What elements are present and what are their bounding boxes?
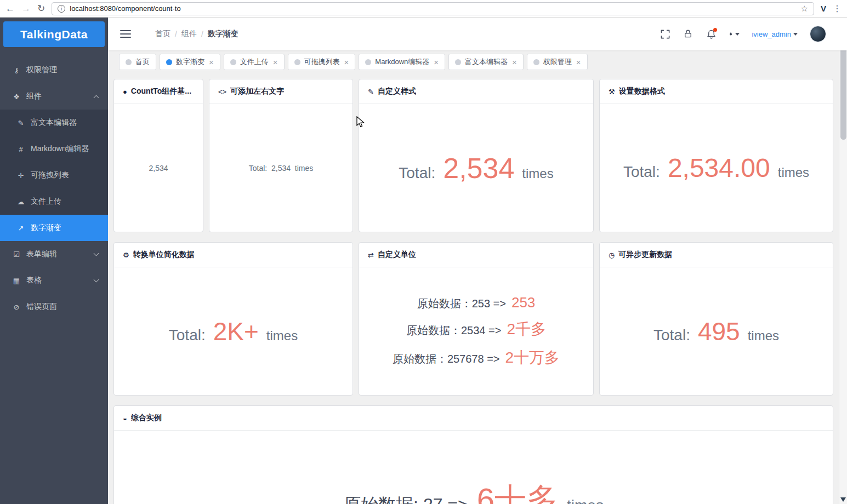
count-suffix: times bbox=[567, 497, 604, 504]
card-title: CountTo组件基... bbox=[131, 87, 191, 96]
tab-dot bbox=[455, 59, 461, 65]
move-icon: ✛ bbox=[16, 171, 25, 180]
tab-close-icon[interactable]: × bbox=[273, 58, 278, 66]
tab-rich-editor[interactable]: 富文本编辑器 × bbox=[448, 54, 524, 70]
count-suffix: times bbox=[778, 165, 809, 180]
card-header: ⚒ 设置数据格式 bbox=[600, 79, 833, 104]
url-text[interactable]: localhost:8080/component/count-to bbox=[70, 4, 796, 13]
planet-icon: ◒ bbox=[123, 414, 127, 422]
card-countto-basic: ● CountTo组件基... 2,534 bbox=[113, 79, 203, 232]
tab-permission[interactable]: 权限管理 × bbox=[527, 54, 588, 70]
bell-icon[interactable] bbox=[706, 28, 717, 39]
sidebar-item-label: 可拖拽列表 bbox=[31, 170, 69, 180]
fullscreen-icon[interactable] bbox=[660, 28, 670, 39]
chevron-down-icon bbox=[94, 250, 99, 256]
logo-text: TalkingData bbox=[20, 28, 88, 41]
sidebar-item-label: Markdown编辑器 bbox=[31, 144, 89, 154]
tab-home[interactable]: 首页 bbox=[119, 54, 156, 70]
card-title: 综合实例 bbox=[131, 413, 162, 423]
unit-label: 原始数据：2534 => bbox=[406, 323, 501, 338]
card-header: ⇄ 自定义单位 bbox=[359, 243, 593, 267]
count-prefix: 原始数据: 27 => bbox=[343, 493, 468, 504]
tab-dot bbox=[126, 59, 132, 65]
tab-label: 文件上传 bbox=[240, 57, 269, 67]
tab-dot bbox=[365, 59, 371, 65]
tab-dot bbox=[533, 59, 539, 65]
tab-close-icon[interactable]: × bbox=[434, 58, 439, 66]
unit-value: 2十万多 bbox=[505, 347, 560, 368]
breadcrumb-components[interactable]: 组件 bbox=[181, 29, 197, 39]
unit-row: 原始数据：257678 => 2十万多 bbox=[393, 347, 560, 368]
card-body: 原始数据: 27 => 6十多 times bbox=[114, 431, 833, 504]
sidebar-item-rich-editor[interactable]: ✎ 富文本编辑器 bbox=[0, 110, 108, 136]
scroll-down-button[interactable] bbox=[839, 495, 847, 504]
card-custom-unit: ⇄ 自定义单位 原始数据：253 => 253 原始数据：2534 => bbox=[359, 242, 594, 396]
count-suffix: times bbox=[748, 328, 779, 343]
username-text: iview_admin bbox=[752, 30, 791, 38]
browser-menu-icon[interactable]: ⋮ bbox=[833, 3, 842, 14]
card-title: 转换单位简化数据 bbox=[133, 250, 195, 260]
card-header: ● CountTo组件基... bbox=[114, 79, 203, 104]
theme-icon[interactable] bbox=[729, 28, 740, 39]
info-icon[interactable]: i bbox=[58, 5, 65, 13]
tab-label: 首页 bbox=[135, 57, 150, 67]
header: 首页 / 组件 / 数字渐变 bbox=[108, 18, 847, 50]
sidebar-item-label: 组件 bbox=[26, 91, 42, 101]
sidebar: TalkingData ⚷ 权限管理 ❖ 组件 ✎ 富文本编辑器 # bbox=[0, 18, 108, 504]
hamburger-menu-icon[interactable] bbox=[120, 30, 131, 38]
logo[interactable]: TalkingData bbox=[3, 21, 105, 47]
shuffle-icon: ⇄ bbox=[368, 251, 374, 259]
hammer-icon: ⚒ bbox=[609, 88, 615, 96]
sidebar-item-markdown[interactable]: # Markdown编辑器 bbox=[0, 136, 108, 162]
card-row-3: ◒ 综合实例 原始数据: 27 => 6十多 times bbox=[113, 405, 833, 504]
tab-dot bbox=[166, 59, 172, 65]
url-bar[interactable]: i localhost:8080/component/count-to ☆ bbox=[52, 2, 814, 15]
breadcrumb-home[interactable]: 首页 bbox=[155, 29, 170, 39]
page-content: ● CountTo组件基... 2,534 <> 可添加左右文字 bbox=[108, 73, 847, 504]
tab-close-icon[interactable]: × bbox=[209, 58, 214, 66]
sidebar-item-label: 文件上传 bbox=[31, 197, 61, 207]
card-simplify-unit: ⚙ 转换单位简化数据 Total: 2K+ times bbox=[113, 242, 353, 396]
count-line: 原始数据: 27 => 6十多 times bbox=[343, 479, 604, 504]
sidebar-item-label: 数字渐变 bbox=[31, 223, 61, 233]
sidebar-item-permission[interactable]: ⚷ 权限管理 bbox=[0, 57, 108, 83]
tab-upload[interactable]: 文件上传 × bbox=[224, 54, 285, 70]
sidebar-item-drag-list[interactable]: ✛ 可拖拽列表 bbox=[0, 162, 108, 188]
bookmark-star-icon[interactable]: ☆ bbox=[801, 4, 808, 14]
unit-label: 原始数据：253 => bbox=[417, 296, 506, 311]
reload-button[interactable]: ↻ bbox=[37, 4, 45, 13]
sidebar-item-table[interactable]: ▦ 表格 bbox=[0, 267, 108, 294]
sidebar-item-components[interactable]: ❖ 组件 bbox=[0, 83, 108, 110]
brush-icon: ✎ bbox=[368, 88, 374, 96]
sidebar-item-count-to[interactable]: ↗ 数字渐变 bbox=[0, 215, 108, 241]
sidebar-item-upload[interactable]: ☁ 文件上传 bbox=[0, 188, 108, 215]
count-suffix: times bbox=[295, 164, 313, 173]
count-prefix: Total: bbox=[399, 164, 435, 182]
sidebar-item-form-editor[interactable]: ☑ 表单编辑 bbox=[0, 241, 108, 267]
unit-row: 原始数据：253 => 253 bbox=[417, 294, 536, 311]
lock-icon[interactable] bbox=[683, 28, 693, 39]
cloud-upload-icon: ☁ bbox=[16, 198, 25, 206]
forward-button[interactable]: → bbox=[21, 4, 31, 13]
card-title: 设置数据格式 bbox=[619, 87, 665, 96]
card-title: 自定义单位 bbox=[378, 250, 416, 260]
card-header: <> 可添加左右文字 bbox=[209, 79, 353, 104]
header-actions: iview_admin bbox=[660, 26, 826, 42]
droplet-icon: ● bbox=[123, 88, 127, 96]
avatar[interactable] bbox=[810, 26, 826, 42]
tab-markdown[interactable]: Markdown编辑器 × bbox=[359, 54, 445, 70]
tab-close-icon[interactable]: × bbox=[344, 58, 349, 66]
extension-icon[interactable]: V bbox=[821, 4, 826, 13]
user-dropdown[interactable]: iview_admin bbox=[752, 30, 798, 38]
tab-drag-list[interactable]: 可拖拽列表 × bbox=[288, 54, 356, 70]
tab-close-icon[interactable]: × bbox=[512, 58, 517, 66]
tab-count-to[interactable]: 数字渐变 × bbox=[160, 54, 220, 70]
tab-close-icon[interactable]: × bbox=[576, 58, 581, 66]
scrollbar[interactable] bbox=[839, 18, 847, 504]
card-header: ⚙ 转换单位简化数据 bbox=[114, 243, 353, 267]
markdown-icon: # bbox=[16, 145, 25, 153]
screen: ← → ↻ i localhost:8080/component/count-t… bbox=[0, 0, 847, 504]
back-button[interactable]: ← bbox=[5, 4, 15, 13]
sidebar-item-error-pages[interactable]: ⊘ 错误页面 bbox=[0, 294, 108, 320]
card-async-update: ◷ 可异步更新数据 Total: 495 times bbox=[599, 242, 833, 396]
